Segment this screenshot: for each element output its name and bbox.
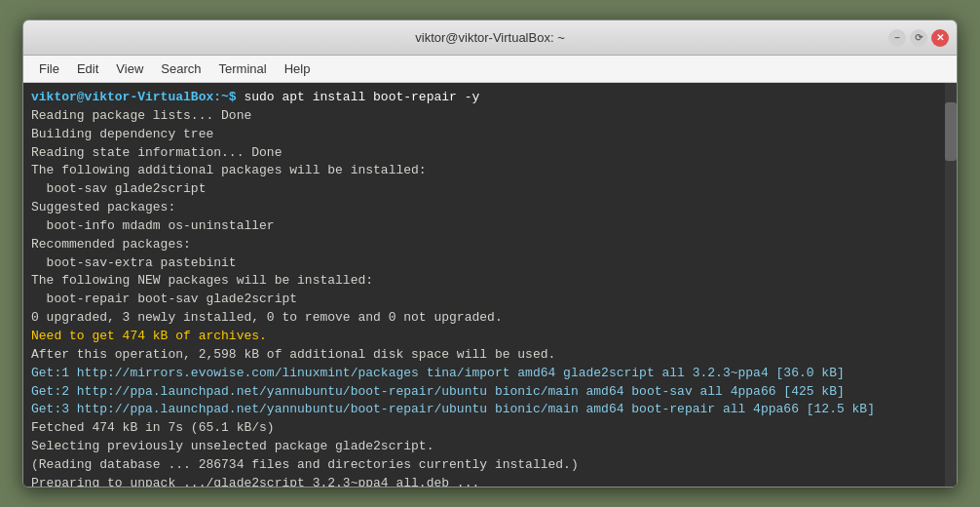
terminal-line: (Reading database ... 286734 files and d…: [31, 456, 949, 475]
terminal-line: Recommended packages:: [31, 236, 949, 254]
window-title: viktor@viktor-VirtualBox: ~: [415, 30, 564, 45]
window-controls: – ⟳ ✕: [888, 29, 949, 47]
menu-bar: File Edit View Search Terminal Help: [23, 56, 957, 83]
terminal-line: Need to get 474 kB of archives.: [31, 328, 949, 346]
menu-view[interactable]: View: [108, 59, 151, 78]
terminal-line: The following additional packages will b…: [31, 162, 949, 180]
terminal-window: viktor@viktor-VirtualBox: ~ – ⟳ ✕ File E…: [22, 20, 958, 488]
terminal-line: 0 upgraded, 3 newly installed, 0 to remo…: [31, 309, 949, 328]
minimize-button[interactable]: –: [888, 29, 906, 47]
title-bar: viktor@viktor-VirtualBox: ~ – ⟳ ✕: [23, 20, 957, 56]
terminal-lines: viktor@viktor-VirtualBox:~$ sudo apt ins…: [31, 89, 949, 487]
menu-search[interactable]: Search: [153, 59, 208, 78]
terminal-line: viktor@viktor-VirtualBox:~$ sudo apt ins…: [31, 89, 949, 107]
terminal-line: Preparing to unpack .../glade2script_3.2…: [31, 475, 949, 487]
terminal-line: Suggested packages:: [31, 199, 949, 217]
restore-button[interactable]: ⟳: [910, 29, 927, 47]
menu-file[interactable]: File: [31, 59, 67, 78]
terminal-line: Selecting previously unselected package …: [31, 438, 949, 456]
scrollbar[interactable]: [945, 83, 957, 487]
terminal-output[interactable]: viktor@viktor-VirtualBox:~$ sudo apt ins…: [23, 83, 957, 487]
terminal-line: The following NEW packages will be insta…: [31, 272, 949, 291]
terminal-line: Fetched 474 kB in 7s (65.1 kB/s): [31, 419, 949, 438]
close-button[interactable]: ✕: [931, 29, 949, 47]
terminal-line: Building dependency tree: [31, 126, 949, 144]
terminal-line: Get:1 http://mirrors.evowise.com/linuxmi…: [31, 365, 949, 383]
terminal-line: After this operation, 2,598 kB of additi…: [31, 346, 949, 365]
terminal-line: Reading package lists... Done: [31, 107, 949, 126]
terminal-line: Get:2 http://ppa.launchpad.net/yannubunt…: [31, 383, 949, 402]
menu-terminal[interactable]: Terminal: [211, 59, 275, 78]
scrollbar-thumb[interactable]: [945, 102, 957, 161]
terminal-line: Get:3 http://ppa.launchpad.net/yannubunt…: [31, 401, 949, 419]
terminal-line: boot-sav glade2script: [31, 180, 949, 199]
terminal-line: boot-sav-extra pastebinit: [31, 254, 949, 273]
menu-edit[interactable]: Edit: [69, 59, 106, 78]
terminal-line: boot-info mdadm os-uninstaller: [31, 217, 949, 236]
menu-help[interactable]: Help: [277, 59, 319, 78]
terminal-line: boot-repair boot-sav glade2script: [31, 291, 949, 309]
terminal-line: Reading state information... Done: [31, 144, 949, 163]
